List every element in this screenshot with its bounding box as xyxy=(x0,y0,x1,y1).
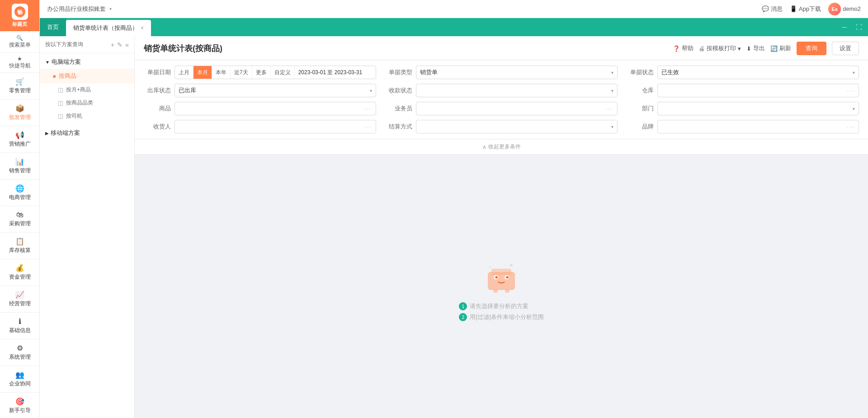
print-button[interactable]: 🖨 按模板打印 ▾ xyxy=(699,44,741,52)
app-download-icon: 📱 xyxy=(790,5,797,12)
type-select[interactable]: 销货单 ▾ xyxy=(416,66,618,79)
driver-icon: ◫ xyxy=(58,113,63,119)
dept-arrow: ▾ xyxy=(853,106,855,111)
refresh-button[interactable]: 🔄 刷新 xyxy=(770,44,791,52)
date-curr-year-btn[interactable]: 本年 xyxy=(212,66,231,79)
scheme-subitem-product-category[interactable]: ◫ 按商品品类 xyxy=(40,96,134,109)
search-icon: 🔍 xyxy=(2,35,38,41)
stock-out-select[interactable]: 已出库 ▾ xyxy=(175,84,376,97)
tab-maximize-button[interactable]: ⛶ xyxy=(854,22,864,33)
sidebar-item-corp-collab[interactable]: 👥 企业协同 xyxy=(0,366,39,393)
svg-point-11 xyxy=(489,266,491,268)
warehouse-select[interactable]: ··· xyxy=(657,84,859,97)
sidebar-item-retail[interactable]: 🛒 零售管理 xyxy=(0,73,39,100)
tab-home[interactable]: 首页 xyxy=(40,18,66,36)
driver-label: 按司机 xyxy=(66,112,82,120)
tip-2-num: 2 xyxy=(459,313,467,321)
add-scheme-button[interactable]: + xyxy=(111,41,114,48)
collapse-button[interactable]: ∧ 收起更多条件 xyxy=(482,143,521,151)
scheme-group-mobile: ▶ 移动端方案 xyxy=(40,124,134,142)
sidebar-item-basic-info[interactable]: ℹ 基础信息 xyxy=(0,313,39,339)
scheme-item-by-product[interactable]: ● 按商品 xyxy=(40,69,134,83)
payment-select[interactable]: ▾ xyxy=(416,120,618,133)
dept-select[interactable]: ▾ xyxy=(657,102,859,115)
sidebar-item-quick-nav[interactable]: ★ 快捷导航 xyxy=(0,53,39,73)
sidebar-item-management[interactable]: 📈 经营管理 xyxy=(0,286,39,313)
sidebar-item-sales[interactable]: 📊 销售管理 xyxy=(0,153,39,180)
sidebar-item-wholesale[interactable]: 📦 批发管理 xyxy=(0,100,39,126)
tab-active-label: 销货单统计表（按商品） xyxy=(73,24,138,32)
product-dots[interactable]: ··· xyxy=(364,105,372,112)
empty-tip-2: 2 用[过滤]条件来缩小分析范围 xyxy=(459,313,543,321)
filter-row-2: 出库状态 已出库 ▾ 收款状态 ▾ 仓库 xyxy=(144,84,859,97)
staff-dots[interactable]: ··· xyxy=(605,105,613,112)
receive-status-select[interactable]: ▾ xyxy=(416,84,618,97)
receiver-select[interactable]: ··· xyxy=(175,120,376,133)
svg-text:畅: 畅 xyxy=(17,9,23,15)
sidebar-item-marketing[interactable]: 📢 营销推广 xyxy=(0,126,39,153)
sidebar-logo[interactable]: 畅 标题页 xyxy=(0,0,39,31)
help-button[interactable]: ❓ 帮助 xyxy=(673,44,693,52)
sidebar-purchase-label: 采购管理 xyxy=(9,220,31,228)
scheme-group-mobile-title[interactable]: ▶ 移动端方案 xyxy=(40,126,134,140)
export-icon: ⬇ xyxy=(746,45,751,52)
date-range-value[interactable]: 2023-03-01 至 2023-03-31 xyxy=(295,69,376,76)
filter-field-receive-status: 收款状态 ▾ xyxy=(385,84,618,97)
staff-select[interactable]: ··· xyxy=(416,102,618,115)
message-button[interactable]: 💬 消息 xyxy=(762,5,783,13)
app-download-button[interactable]: 📱 App下载 xyxy=(790,5,821,13)
warehouse-dots[interactable]: ··· xyxy=(847,87,855,94)
sidebar-search-label: 搜索菜单 xyxy=(9,42,31,48)
topbar-left: 办公用品行业模拟账套 ▾ xyxy=(47,5,112,13)
filter-row-3: 商品 ··· 业务员 ··· 部门 xyxy=(144,102,859,115)
tab-sales-stats[interactable]: 销货单统计表（按商品） × xyxy=(66,20,151,36)
tab-minimize-button[interactable]: ─ xyxy=(839,22,850,33)
receiver-dots[interactable]: ··· xyxy=(364,123,372,130)
month-product-icon: ◫ xyxy=(58,86,63,93)
page-title: 销货单统计表(按商品) xyxy=(144,43,222,54)
query-button[interactable]: 查询 xyxy=(797,42,826,55)
scheme-group-pc-title[interactable]: ▼ 电脑端方案 xyxy=(40,55,134,69)
collapse-panel-button[interactable]: « xyxy=(125,41,129,48)
topbar-right: 💬 消息 📱 App下载 Ea demo2 xyxy=(762,3,861,15)
sidebar-item-search[interactable]: 🔍 搜索菜单 xyxy=(0,31,39,53)
product-category-icon: ◫ xyxy=(58,100,63,106)
dept-label: 部门 xyxy=(627,104,654,113)
status-value: 已生效 xyxy=(661,68,679,76)
filter-form: 单据日期 上月 本月 本年 近7天 更多 自定义 2023-03-01 至 20… xyxy=(135,60,868,139)
date-range-bar[interactable]: 上月 本月 本年 近7天 更多 自定义 2023-03-01 至 2023-03… xyxy=(175,66,376,79)
scheme-subitem-month-product[interactable]: ◫ 按月+商品 xyxy=(40,83,134,96)
brand-select[interactable]: ··· xyxy=(657,120,859,133)
print-dropdown-arrow[interactable]: ▾ xyxy=(738,45,741,52)
brand-dots[interactable]: ··· xyxy=(847,123,855,130)
industry-dropdown-arrow[interactable]: ▾ xyxy=(109,6,112,11)
date-curr-month-btn[interactable]: 本月 xyxy=(193,66,212,79)
payment-label: 结算方式 xyxy=(385,123,412,131)
tip-1-num: 1 xyxy=(459,302,467,310)
status-select[interactable]: 已生效 ▾ xyxy=(657,66,859,79)
sidebar-item-system[interactable]: ⚙ 系统管理 xyxy=(0,339,39,366)
edit-scheme-button[interactable]: ✎ xyxy=(117,41,123,48)
sidebar-nav-label: 快捷导航 xyxy=(9,62,31,69)
scheme-subitem-driver[interactable]: ◫ 按司机 xyxy=(40,109,134,123)
sidebar-item-inventory[interactable]: 📋 库存核算 xyxy=(0,233,39,259)
sidebar-item-ecommerce[interactable]: 🌐 电商管理 xyxy=(0,180,39,206)
sidebar-corp-label: 企业协同 xyxy=(9,380,31,388)
sidebar-item-newbie[interactable]: 🎯 新手引导 xyxy=(0,393,39,418)
date-7days-btn[interactable]: 近7天 xyxy=(231,66,252,79)
product-select[interactable]: ··· xyxy=(175,102,376,115)
date-custom-btn[interactable]: 自定义 xyxy=(271,66,295,79)
sidebar-item-purchase[interactable]: 🛍 采购管理 xyxy=(0,206,39,233)
tab-close-button[interactable]: × xyxy=(141,25,144,31)
by-product-icon: ● xyxy=(52,72,56,80)
settings-button[interactable]: 设置 xyxy=(832,42,859,55)
user-profile[interactable]: Ea demo2 xyxy=(828,3,861,15)
sidebar-item-finance[interactable]: 💰 资金管理 xyxy=(0,259,39,286)
export-button[interactable]: ⬇ 导出 xyxy=(746,44,765,52)
avatar: Ea xyxy=(828,3,841,15)
empty-tips: 1 请先选择要分析的方案 2 用[过滤]条件来缩小分析范围 xyxy=(459,302,543,321)
tip-2-text: 用[过滤]条件来缩小分析范围 xyxy=(470,313,543,321)
date-more-btn[interactable]: 更多 xyxy=(252,66,271,79)
payment-arrow: ▾ xyxy=(611,124,613,129)
date-prev-month-btn[interactable]: 上月 xyxy=(175,66,193,79)
